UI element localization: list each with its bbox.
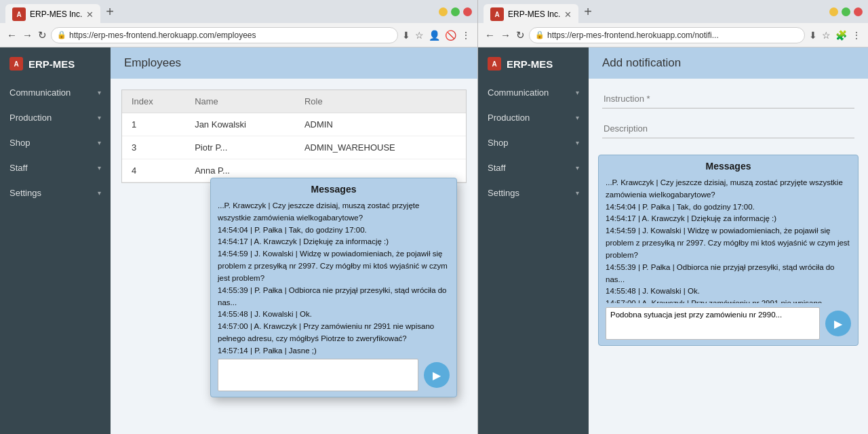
right-messages-scroll[interactable]: ...P. Krawczyk | Czy jeszcze dzisiaj, mu…	[599, 176, 858, 303]
row2-name: Piotr P...	[185, 136, 295, 159]
right-page-title: Add notification	[602, 56, 681, 69]
description-field	[602, 119, 854, 138]
right-main-content: Add notification Messages ...P. Krawczyk…	[589, 47, 868, 434]
right-titlebar: A ERP-MES Inc. ✕ +	[478, 0, 868, 23]
production-chevron-right: ▾	[576, 114, 579, 121]
right-ext-icon[interactable]: 🧩	[834, 28, 848, 42]
left-messages-scroll[interactable]: ...P. Krawczyk | Czy jeszcze dzisiaj, mu…	[211, 199, 456, 355]
shop-chevron-right: ▾	[576, 139, 579, 146]
communication-chevron-left: ▾	[98, 89, 101, 96]
right-close-btn[interactable]	[854, 7, 863, 16]
right-new-tab-btn[interactable]: +	[580, 4, 596, 20]
right-minimize-btn[interactable]	[829, 7, 838, 16]
right-url-text: https://erp-mes-frontend.herokuapp.com/n…	[547, 31, 719, 40]
left-brand-icon: A	[9, 57, 23, 71]
right-maximize-btn[interactable]	[842, 7, 850, 16]
description-input[interactable]	[602, 119, 854, 138]
row1-role: ADMIN	[295, 113, 466, 136]
row1-index: 1	[122, 113, 185, 136]
row1-name: Jan Kowalski	[185, 113, 295, 136]
left-back-btn[interactable]: ←	[5, 28, 18, 42]
left-new-tab-btn[interactable]: +	[102, 4, 118, 20]
sidebar-label-communication-left: Communication	[9, 87, 71, 98]
sidebar-item-communication-right[interactable]: Communication ▾	[478, 80, 589, 105]
left-download-icon[interactable]: ⬇	[401, 28, 412, 42]
left-favicon: A	[12, 7, 26, 21]
employees-table: Index Name Role 1 Jan Kowalski ADMIN	[122, 90, 466, 182]
settings-chevron-right: ▾	[576, 189, 579, 197]
right-copy-icon[interactable]: ⬇	[808, 28, 818, 42]
right-tab-close[interactable]: ✕	[564, 9, 572, 20]
instruction-input[interactable]	[602, 90, 854, 108]
right-sidebar: A ERP-MES Communication ▾ Production ▾ S…	[478, 47, 589, 434]
right-messages-title: Messages	[599, 155, 858, 176]
left-send-button[interactable]: ▶	[424, 362, 450, 388]
production-chevron-left: ▾	[98, 114, 101, 121]
sidebar-item-production-right[interactable]: Production ▾	[478, 105, 589, 130]
right-more-icon[interactable]: ⋮	[850, 28, 863, 42]
sidebar-item-settings-left[interactable]: Settings ▾	[0, 180, 111, 205]
right-messages-panel: Messages ...P. Krawczyk | Czy jeszcze dz…	[598, 155, 859, 346]
right-message-input[interactable]: Podobna sytuacja jest przy zamówieniu nr…	[606, 307, 820, 340]
left-tab-title: ERP-MES Inc.	[30, 9, 82, 19]
left-window-controls	[432, 0, 472, 23]
left-bookmark-icon[interactable]: ☆	[414, 28, 425, 42]
right-lock-icon: 🔒	[535, 31, 545, 39]
right-forward-btn[interactable]: →	[499, 28, 512, 42]
right-back-btn[interactable]: ←	[484, 28, 496, 42]
row2-role: ADMIN_WAREHOUSE	[295, 136, 466, 159]
communication-chevron-right: ▾	[576, 89, 579, 96]
sidebar-label-production-left: Production	[9, 113, 52, 123]
staff-chevron-left: ▾	[98, 164, 101, 172]
left-more-icon[interactable]: ⋮	[460, 28, 472, 42]
sidebar-item-staff-right[interactable]: Staff ▾	[478, 155, 589, 180]
row3-index: 4	[122, 159, 185, 182]
right-app-body: A ERP-MES Communication ▾ Production ▾ S…	[478, 47, 868, 434]
sidebar-item-settings-right[interactable]: Settings ▾	[478, 180, 589, 205]
right-favicon: A	[490, 7, 504, 21]
right-url-box[interactable]: 🔒 https://erp-mes-frontend.herokuapp.com…	[529, 27, 805, 43]
left-brand-text: ERP-MES	[28, 58, 75, 70]
right-bookmark-icon[interactable]: ☆	[821, 28, 832, 42]
right-brand-icon: A	[488, 57, 501, 71]
left-block-icon[interactable]: 🚫	[443, 28, 458, 42]
right-reload-btn[interactable]: ↻	[515, 28, 526, 43]
col-role: Role	[295, 90, 466, 113]
left-messages-input-row: ▶	[211, 355, 456, 397]
right-brand: A ERP-MES	[478, 47, 589, 80]
left-minimize-btn[interactable]	[439, 7, 448, 16]
settings-chevron-left: ▾	[98, 189, 101, 197]
right-tab-title: ERP-MES Inc.	[508, 9, 560, 19]
right-messages-content: ...P. Krawczyk | Czy jeszcze dzisiaj, mu…	[606, 178, 850, 303]
left-reload-btn[interactable]: ↻	[37, 28, 48, 43]
col-name: Name	[185, 90, 295, 113]
left-messages-popup: Messages ...P. Krawczyk | Czy jeszcze dz…	[210, 178, 457, 397]
left-close-btn[interactable]	[463, 7, 472, 16]
table-row[interactable]: 3 Piotr P... ADMIN_WAREHOUSE	[122, 136, 466, 159]
left-profile-icon[interactable]: 👤	[427, 28, 441, 42]
left-titlebar: A ERP-MES Inc. ✕ +	[0, 0, 477, 23]
sidebar-item-staff-left[interactable]: Staff ▾	[0, 155, 111, 180]
right-tab[interactable]: A ERP-MES Inc. ✕	[484, 4, 578, 23]
left-forward-btn[interactable]: →	[21, 28, 34, 42]
right-addrbar: ← → ↻ 🔒 https://erp-mes-frontend.herokua…	[478, 23, 868, 47]
right-toolbar-icons: ⬇ ☆ 🧩 ⋮	[808, 28, 863, 42]
sidebar-item-communication-left[interactable]: Communication ▾	[0, 80, 111, 105]
sidebar-item-shop-left[interactable]: Shop ▾	[0, 130, 111, 155]
left-message-input[interactable]	[218, 359, 418, 391]
sidebar-label-communication-right: Communication	[488, 87, 549, 98]
left-url-box[interactable]: 🔒 https://erp-mes-frontend.herokuapp.com…	[51, 27, 398, 43]
shop-chevron-left: ▾	[98, 139, 101, 146]
sidebar-item-shop-right[interactable]: Shop ▾	[478, 130, 589, 155]
sidebar-label-shop-left: Shop	[9, 138, 30, 148]
left-tab[interactable]: A ERP-MES Inc. ✕	[5, 4, 100, 23]
notification-form	[589, 79, 868, 155]
right-send-button[interactable]: ▶	[825, 311, 851, 336]
left-maximize-btn[interactable]	[451, 7, 460, 16]
left-tab-close[interactable]: ✕	[86, 9, 94, 20]
sidebar-item-production-left[interactable]: Production ▾	[0, 105, 111, 130]
table-row[interactable]: 1 Jan Kowalski ADMIN	[122, 113, 466, 136]
sidebar-label-production-right: Production	[488, 113, 530, 123]
sidebar-label-shop-right: Shop	[488, 138, 508, 148]
sidebar-label-staff-left: Staff	[9, 163, 28, 173]
